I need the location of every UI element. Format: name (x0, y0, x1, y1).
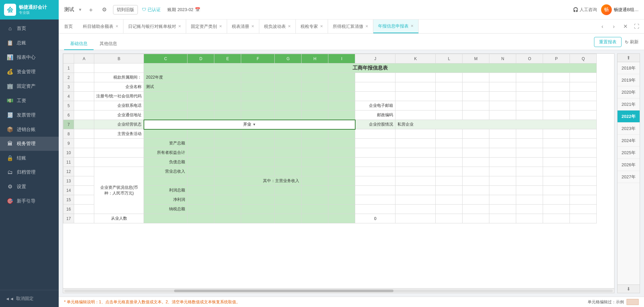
cell-2-B[interactable]: 税款所属期间： (94, 73, 144, 82)
col-header-K[interactable]: K (395, 54, 436, 63)
sidebar-item-close[interactable]: 🔒结账 (0, 151, 59, 165)
dropdown-arrow-icon[interactable]: ▼ (253, 123, 256, 126)
cell-title[interactable]: 工商年报信息表 (144, 63, 597, 73)
year-item-2018[interactable]: 2018年 (618, 62, 640, 74)
sidebar-item-inventory[interactable]: 📦进销台账 (0, 122, 59, 137)
tab-fullscreen-button[interactable]: ⛶ (632, 22, 641, 31)
sidebar-item-tax[interactable]: 🏛税务管理 (0, 137, 59, 151)
tab-prev-button[interactable]: ‹ (598, 22, 607, 31)
year-item-2027[interactable]: 2027年 (618, 171, 640, 183)
cell-2-A[interactable] (74, 73, 94, 82)
tab-next-button[interactable]: › (609, 22, 619, 31)
year-panel-up[interactable]: ⬆ (618, 54, 640, 62)
tab-journal[interactable]: 日记账与银行对账单核对✕ (123, 19, 186, 33)
sidebar-item-home[interactable]: ⌂首页 (0, 21, 59, 36)
tab-fixed_asset_type[interactable]: 固定资产类别✕ (186, 19, 227, 33)
refresh-button[interactable]: ↻ 刷新 (625, 37, 639, 47)
tab-close-fixed_asset_type[interactable]: ✕ (219, 24, 222, 29)
sidebar-item-fund[interactable]: 💰资金管理 (0, 64, 59, 79)
sidebar-item-settings[interactable]: ⚙设置 (0, 179, 59, 194)
tab-aux[interactable]: 科目辅助余额表✕ (78, 19, 123, 33)
tab-annual_report[interactable]: 年报信息申报表✕ (373, 19, 419, 33)
year-panel-down[interactable]: ⬇ (618, 284, 640, 293)
sidebar-bottom[interactable]: ◄◄ 取消固定 (0, 290, 59, 307)
scroll-thumb[interactable] (174, 290, 393, 292)
sub-tab-basic[interactable]: 基础信息 (64, 38, 94, 50)
cell-2-L[interactable] (436, 73, 463, 82)
year-item-2019[interactable]: 2019年 (618, 74, 640, 86)
col-header-I[interactable]: I (328, 54, 355, 63)
col-header-H[interactable]: H (302, 54, 328, 63)
cell-2-J[interactable] (355, 73, 395, 82)
col-header-D[interactable]: D (187, 54, 214, 63)
col-header-C[interactable]: C (144, 54, 187, 63)
col-header-P[interactable]: P (543, 54, 570, 63)
tab-close-tax_expert[interactable]: ✕ (320, 24, 323, 29)
tab-close-tax_form[interactable]: ✕ (251, 24, 254, 29)
switch-old-version-button[interactable]: 切到旧版 (113, 5, 138, 14)
tab-close-all-button[interactable]: ✕ (621, 22, 630, 31)
user-menu[interactable]: 畅 畅捷通B组… (601, 4, 639, 15)
cell-2-I[interactable] (328, 73, 355, 82)
cell-2-O[interactable] (516, 73, 543, 82)
cell-2-K[interactable] (395, 73, 436, 82)
sidebar-item-payroll[interactable]: 💵工资 (0, 93, 59, 108)
col-header-B[interactable]: B (94, 54, 144, 63)
tab-close-aux[interactable]: ✕ (115, 24, 118, 29)
sidebar-item-guide[interactable]: 🎯新手引导 (0, 194, 59, 208)
tab-tax_wave[interactable]: 税负波动表✕ (259, 19, 296, 33)
calendar-icon[interactable]: 📅 (195, 7, 200, 12)
cell-2-N[interactable] (489, 73, 516, 82)
topbar-add-button[interactable]: ＋ (86, 5, 96, 14)
sub-tab-other[interactable]: 其他信息 (94, 38, 123, 50)
cell-1-B[interactable] (94, 63, 144, 73)
col-header-F[interactable]: F (241, 54, 275, 63)
cell-2-H[interactable] (302, 73, 328, 82)
col-header-A[interactable]: A (74, 54, 94, 63)
cell-2-Q[interactable] (570, 73, 597, 82)
col-header-N[interactable]: N (489, 54, 516, 63)
spreadsheet-scroll-area[interactable]: A B C D E F G H I J K L (63, 54, 614, 288)
sidebar-item-invoice[interactable]: 🧾发票管理 (0, 108, 59, 122)
sidebar-item-report[interactable]: 📊报表中心 (0, 50, 59, 64)
col-header-Q[interactable]: Q (570, 54, 597, 63)
year-item-2022[interactable]: 2022年 (618, 111, 640, 123)
cell-7-C-dropdown[interactable]: 开业 ▼ (144, 120, 355, 129)
cell-2-C[interactable]: 2022年度 (144, 73, 241, 82)
col-header-E[interactable]: E (214, 54, 241, 63)
tab-close-tax_wave[interactable]: ✕ (288, 24, 291, 29)
tab-close-journal[interactable]: ✕ (178, 24, 181, 29)
horizontal-scrollbar[interactable] (63, 288, 614, 293)
sidebar-item-ledger[interactable]: 📋总账 (0, 36, 59, 50)
year-item-2025[interactable]: 2025年 (618, 147, 640, 159)
sidebar-item-archive[interactable]: 🗂归档管理 (0, 165, 59, 179)
col-header-L[interactable]: L (436, 54, 463, 63)
tab-home[interactable]: 首页 (59, 19, 78, 33)
year-item-2026[interactable]: 2026年 (618, 159, 640, 171)
tab-tax_expert[interactable]: 税检专家✕ (296, 19, 328, 33)
reset-report-button[interactable]: 重置报表 (594, 37, 622, 47)
cell-1-A[interactable] (74, 63, 94, 73)
cell-2-G[interactable] (275, 73, 302, 82)
tab-income_tax[interactable]: 所得税汇算清缴✕ (328, 19, 373, 33)
tab-close-annual_report[interactable]: ✕ (411, 24, 414, 28)
cell-2-F[interactable] (241, 73, 275, 82)
col-header-J[interactable]: J (355, 54, 395, 63)
col-header-M[interactable]: M (463, 54, 489, 63)
customer-support-button[interactable]: 🎧 人工咨询 (573, 7, 597, 13)
cell-3-C[interactable]: 测试 (144, 82, 241, 92)
cell-2-P[interactable] (543, 73, 570, 82)
year-item-2023[interactable]: 2023年 (618, 123, 640, 135)
scroll-track[interactable] (64, 290, 613, 292)
cell-3-B[interactable]: 企业名称 (94, 82, 144, 92)
topbar-dropdown-arrow[interactable]: ▼ (78, 7, 82, 12)
tab-close-income_tax[interactable]: ✕ (365, 24, 368, 29)
year-item-2021[interactable]: 2021年 (618, 98, 640, 111)
collapse-button[interactable]: ◄◄ 取消固定 (5, 294, 53, 304)
year-item-2020[interactable]: 2020年 (618, 86, 640, 98)
col-header-G[interactable]: G (275, 54, 302, 63)
sidebar-item-fixed_asset[interactable]: 🏢固定资产 (0, 79, 59, 93)
col-header-O[interactable]: O (516, 54, 543, 63)
tab-tax_form[interactable]: 税表清册✕ (227, 19, 259, 33)
cell-3-A[interactable] (74, 82, 94, 92)
